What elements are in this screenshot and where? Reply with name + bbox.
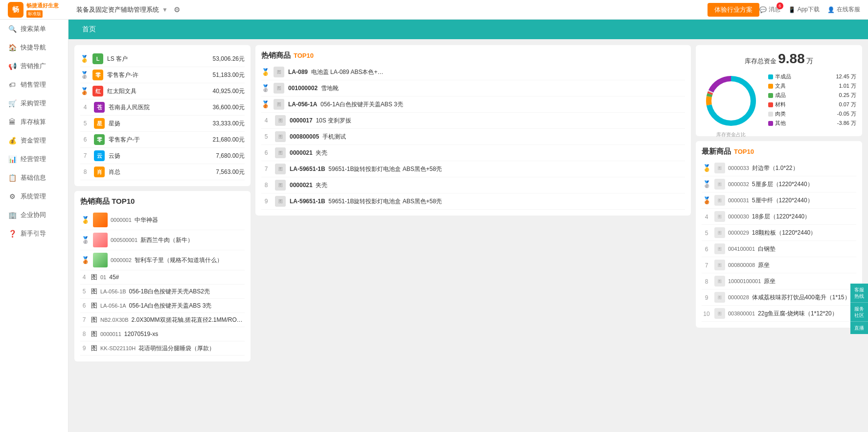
sidebar-item-finance[interactable]: 💰 资金管理 bbox=[0, 131, 68, 150]
svg-point-6 bbox=[711, 81, 751, 120]
rank-item: 5 星 星扬 33,333.00元 bbox=[80, 116, 245, 132]
rank-item: 8 肖 肖总 7,563.00元 bbox=[80, 164, 245, 180]
sidebar-item-sales[interactable]: 🏷 销售管理 bbox=[0, 75, 68, 94]
rank-item: 🥉 红 红太阳文具 40,925.00元 bbox=[80, 83, 245, 99]
inventory-icon: 🏛 bbox=[8, 118, 17, 126]
service-icon: 👤 bbox=[827, 6, 835, 13]
bronze-medal-icon: 🥉 bbox=[80, 87, 89, 95]
sidebar-item-search[interactable]: 🔍 搜索菜单 bbox=[0, 20, 68, 38]
product-image-placeholder: 图 bbox=[714, 260, 725, 270]
bronze-medal-icon: 🥉 bbox=[703, 196, 711, 204]
collab-icon: 🏢 bbox=[8, 211, 17, 219]
customer-badge: 星 bbox=[94, 118, 105, 129]
product-image-placeholder: 图 bbox=[714, 211, 725, 222]
hot-item: 7 图 NB2.0X30B 2.0X30MM双搓花轴,搓花直径2.1MM/ROH… bbox=[80, 313, 245, 327]
sidebar-item-label: 快捷导航 bbox=[21, 43, 46, 52]
system-icon: ⚙ bbox=[8, 192, 17, 201]
new-item: 🥉 图 0000031 5厘中纤（1220*2440） bbox=[702, 192, 856, 209]
sidebar-item-operations[interactable]: 📊 经营管理 bbox=[0, 150, 68, 168]
hot-item: 🥈 000500001 新西兰牛肉（新牛） bbox=[80, 230, 245, 250]
bronze-medal-icon: 🥉 bbox=[80, 256, 90, 264]
sidebar-item-inventory[interactable]: 🏛 库存核算 bbox=[0, 113, 68, 131]
basics-icon: 📋 bbox=[8, 173, 17, 182]
sidebar-item-nav[interactable]: 🏠 快捷导航 bbox=[0, 38, 68, 57]
gear-icon[interactable]: ⚙ bbox=[172, 4, 183, 15]
product-image-placeholder: 图 bbox=[275, 115, 286, 126]
customer-badge: 零 bbox=[94, 134, 105, 145]
hot-item: 4 图 01 45# bbox=[80, 270, 245, 285]
rank-item: 4 苍 苍南县人民医院 36,600.00元 bbox=[80, 99, 245, 116]
customer-service-button[interactable]: 客服热线 bbox=[850, 284, 868, 303]
hot-products-mid-card: 热销商品 TOP10 🥇 图 LA-089 电池盖 LA-089 ABS本色+黑… bbox=[255, 45, 691, 216]
legend-color-dot bbox=[768, 121, 773, 126]
trial-button[interactable]: 体验行业方案 bbox=[708, 3, 759, 17]
sidebar-item-guide[interactable]: ❓ 新手引导 bbox=[0, 224, 68, 243]
system-selector[interactable]: 装备及固定资产辅助管理系统 ▼ ⚙ bbox=[76, 4, 708, 15]
sidebar-item-basics[interactable]: 📋 基础信息 bbox=[0, 168, 68, 187]
sidebar-item-collab[interactable]: 🏢 企业协同 bbox=[0, 206, 68, 224]
product-image-placeholder: 图 bbox=[274, 83, 284, 94]
legend-item: 成品 0.25 万 bbox=[768, 92, 856, 99]
legend-item: 肉类 -0.05 万 bbox=[768, 110, 856, 118]
service-community-button[interactable]: 服务社区 bbox=[850, 303, 868, 322]
bronze-medal-icon: 🥉 bbox=[261, 100, 270, 108]
topbar-actions: 💬 消息 6 📱 App下载 👤 在线客服 bbox=[759, 5, 860, 14]
logo-area: 畅 畅捷通好生意 标准版 bbox=[8, 2, 76, 18]
breadcrumb-tab-home[interactable]: 首页 bbox=[76, 25, 102, 34]
sidebar-item-label: 基础信息 bbox=[21, 173, 46, 182]
legend-item: 半成品 12.45 万 bbox=[768, 73, 856, 80]
app-download-action[interactable]: 📱 App下载 bbox=[788, 5, 820, 14]
silver-medal-icon: 🥈 bbox=[703, 180, 711, 188]
inventory-card: 库存总资金 9.88 万 bbox=[696, 45, 862, 136]
gold-medal-icon: 🥇 bbox=[80, 216, 90, 224]
hot-item: 8 图 0000011 12070519-xs bbox=[80, 327, 245, 341]
sidebar-item-system[interactable]: ⚙ 系统管理 bbox=[0, 187, 68, 206]
product-image-placeholder: 图 bbox=[91, 301, 97, 310]
logo-icon: 畅 bbox=[8, 2, 23, 18]
product-image-placeholder: 图 bbox=[274, 99, 284, 110]
hot-item: 5 图 LA-056-1B 056-1B白色按键开关壳ABS2壳 bbox=[80, 285, 245, 299]
inventory-legend: 半成品 12.45 万 文具 1.01 万 成品 0.25 万 bbox=[768, 73, 856, 129]
sidebar-item-purchase[interactable]: 🛒 采购管理 bbox=[0, 94, 68, 113]
sales-icon: 🏷 bbox=[8, 80, 17, 89]
newest-products-list[interactable]: 🥇 图 0000033 封边带（1.0*22） 🥈 图 0000032 5厘多层… bbox=[702, 160, 856, 322]
gold-medal-icon: 🥇 bbox=[80, 55, 89, 63]
legend-item: 文具 1.01 万 bbox=[768, 82, 856, 90]
purchase-icon: 🛒 bbox=[8, 99, 17, 108]
message-action[interactable]: 💬 消息 6 bbox=[759, 5, 780, 14]
gold-medal-icon: 🥇 bbox=[261, 68, 270, 76]
sidebar-item-label: 经营管理 bbox=[21, 155, 46, 164]
finance-icon: 💰 bbox=[8, 136, 17, 145]
hot-products-bottom-header: 热销商品 TOP10 bbox=[80, 197, 245, 206]
hot-products-mid-scroll[interactable]: 🥇 图 LA-089 电池盖 LA-089 ABS本色+黑种 7.1克 🥈 图 … bbox=[261, 64, 685, 210]
product-image-placeholder: 图 bbox=[714, 243, 725, 254]
hot-item: 6 图 LA-056-1A 056-1A白色按键开关盖ABS 3壳 bbox=[80, 299, 245, 313]
product-image-placeholder: 图 bbox=[91, 273, 97, 282]
rank-item: 🥇 图 LA-089 电池盖 LA-089 ABS本色+黑种 7.1克 bbox=[261, 64, 685, 80]
sidebar-item-label: 采购管理 bbox=[21, 99, 46, 108]
hot-item: 9 图 KK-SD22110H 花语萌恒温分腿睡袋（厚款） bbox=[80, 341, 245, 356]
home-icon: 🏠 bbox=[8, 43, 17, 52]
online-service-action[interactable]: 👤 在线客服 bbox=[827, 5, 860, 14]
rank-item: 9 图 LA-59651-1B 59651-1B旋转投影灯电池盒 ABS黑色+5… bbox=[261, 193, 685, 210]
sidebar-item-marketing[interactable]: 📢 营销推广 bbox=[0, 57, 68, 75]
hot-item: 🥉 0000002 智利车子里（规格不知道填什么） bbox=[80, 250, 245, 270]
new-item: 10 图 003800001 22g鱼豆腐-烧烤味（1*12*20） bbox=[702, 306, 856, 322]
right-column: 库存总资金 9.88 万 bbox=[696, 45, 862, 426]
chevron-down-icon: ▼ bbox=[162, 6, 168, 13]
live-stream-button[interactable]: 直播 bbox=[850, 322, 868, 334]
hot-products-bottom-card: 热销商品 TOP10 🥇 0000001 中华神器 🥈 000500001 新西… bbox=[74, 191, 251, 361]
sidebar-item-label: 企业协同 bbox=[21, 211, 46, 219]
message-icon: 💬 bbox=[759, 6, 767, 13]
sidebar-item-label: 库存核算 bbox=[21, 118, 46, 126]
donut-section: 库存资金占比 半成品 12.45 万 文具 1.01 万 bbox=[702, 72, 856, 130]
sidebar-item-label: 资金管理 bbox=[21, 136, 46, 145]
customer-badge: 肖 bbox=[94, 167, 105, 177]
operations-icon: 📊 bbox=[8, 155, 17, 164]
guide-icon: ❓ bbox=[8, 229, 17, 238]
product-image-placeholder: 图 bbox=[714, 227, 725, 238]
hot-item: 🥇 0000001 中华神器 bbox=[80, 210, 245, 230]
sidebar-item-label: 营销推广 bbox=[21, 62, 46, 71]
customer-badge: 云 bbox=[94, 150, 105, 161]
product-image-placeholder: 图 bbox=[714, 163, 725, 173]
